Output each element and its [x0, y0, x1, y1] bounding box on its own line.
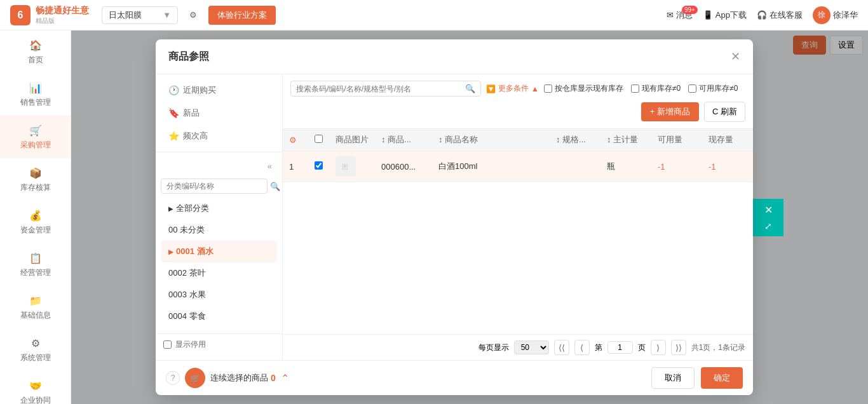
- tab-high-frequency-label: 频次高: [183, 130, 208, 142]
- sidebar-item-home-label: 首页: [28, 55, 43, 65]
- tree-item-liquor[interactable]: ▶ 0001 酒水: [161, 241, 277, 262]
- page-label2: 页: [638, 342, 646, 353]
- tab-recent-purchase[interactable]: 🕐 近期购买: [161, 79, 277, 101]
- row-stock: -1: [702, 151, 753, 182]
- logo-icon: 6: [10, 5, 31, 25]
- finance-icon: 💰: [29, 208, 43, 222]
- app-download-item[interactable]: 📱 App下载: [703, 10, 747, 21]
- confirm-button[interactable]: 确定: [701, 367, 743, 389]
- tree-item-all-label: 全部分类: [176, 203, 209, 214]
- page-size-select[interactable]: 50 100: [514, 340, 549, 354]
- add-product-button[interactable]: + 新增商品: [641, 102, 699, 121]
- inventory-icon: 📦: [29, 166, 43, 180]
- th-product-spec[interactable]: ↕ 规格...: [550, 129, 600, 151]
- message-item[interactable]: ✉ 消息 99+: [667, 10, 693, 21]
- sidebar-item-sales-label: 销售管理: [20, 97, 51, 108]
- headset-icon: 🎧: [757, 10, 767, 20]
- brand-name: 畅捷通好生意: [36, 5, 89, 17]
- trial-button[interactable]: 体验行业方案: [208, 6, 276, 25]
- user-item[interactable]: 徐 徐泽华: [813, 6, 858, 24]
- row-code: 000600...: [375, 151, 432, 182]
- checkbox-nonzero-available[interactable]: 可用库存≠0: [688, 83, 738, 94]
- home-icon: 🏠: [29, 38, 43, 52]
- sidebar-item-inventory[interactable]: 📦 库存核算: [0, 158, 71, 201]
- tree-item-fruit[interactable]: 0003 水果: [161, 284, 277, 306]
- table-row[interactable]: 1 图 000600... 白酒100ml: [283, 151, 753, 182]
- settings-icon[interactable]: ⚙: [183, 5, 203, 25]
- th-product-code[interactable]: ↕ 商品...: [375, 129, 432, 151]
- filter-button[interactable]: 🔽 更多条件 ▲: [486, 83, 539, 94]
- modal-overlay: 商品参照 ✕ 🕐 近期购买 🔖: [71, 30, 868, 404]
- collab-icon: 🤝: [29, 379, 43, 393]
- chevron-down-icon: ▼: [163, 10, 171, 20]
- page-size-label: 每页显示: [478, 342, 509, 353]
- logo-area: 6 畅捷通好生意 精品版: [10, 5, 89, 25]
- page-first-button[interactable]: ⟨⟨: [554, 340, 569, 355]
- page-total-info: 共1页，1条记录: [691, 342, 745, 353]
- sidebar-item-purchase-label: 采购管理: [20, 140, 51, 151]
- product-search-icon[interactable]: 🔍: [465, 84, 475, 93]
- show-disabled-checkbox[interactable]: [163, 340, 172, 349]
- cart-icon[interactable]: 🛒: [185, 368, 205, 388]
- page-last-button[interactable]: ⟩⟩: [671, 340, 686, 355]
- tree-item-all[interactable]: ▶ 全部分类: [161, 198, 277, 219]
- sidebar-item-finance-label: 资金管理: [20, 225, 51, 236]
- tab-new-products[interactable]: 🔖 新品: [161, 102, 277, 124]
- teal-close-icon[interactable]: ✕: [764, 204, 773, 216]
- tree-item-uncategorized[interactable]: 00 未分类: [161, 219, 277, 241]
- filter-arrow-icon: ▲: [531, 84, 539, 93]
- sidebar-item-sales[interactable]: 📊 销售管理: [0, 73, 71, 116]
- select-all-checkbox[interactable]: [315, 135, 323, 143]
- app-download-label: App下载: [715, 10, 747, 21]
- tree-item-snacks-label: 0004 零食: [168, 311, 206, 322]
- sidebar-item-purchase[interactable]: 🛒 采购管理: [0, 116, 71, 158]
- category-search-input[interactable]: [161, 178, 268, 194]
- collapse-footer-icon[interactable]: ⌃: [281, 372, 289, 384]
- product-table-container: ⚙ 商品图片 ↕ 商品...: [283, 129, 753, 334]
- product-search-box[interactable]: 🔍: [290, 81, 481, 97]
- selected-count: 0: [271, 373, 276, 383]
- cancel-button[interactable]: 取消: [651, 367, 695, 389]
- sales-icon: 📊: [29, 81, 43, 95]
- page-number-input[interactable]: [607, 341, 633, 354]
- tree-item-tea-label: 0002 茶叶: [168, 267, 206, 279]
- th-product-unit[interactable]: ↕ 主计量: [600, 129, 651, 151]
- sidebar-item-basic-label: 基础信息: [20, 310, 51, 321]
- message-badge: 99+: [682, 6, 698, 14]
- modal-close-icon[interactable]: ✕: [731, 50, 740, 64]
- table-settings-icon[interactable]: ⚙: [289, 135, 297, 145]
- phone-icon: 📱: [703, 10, 713, 20]
- username-label: 徐泽华: [833, 10, 858, 21]
- th-product-name[interactable]: ↕ 商品名称: [432, 129, 550, 151]
- sidebar-item-system[interactable]: ⚙ 系统管理: [0, 328, 71, 371]
- sidebar-item-home[interactable]: 🏠 首页: [0, 30, 71, 73]
- tab-high-frequency[interactable]: ⭐ 频次高: [161, 125, 277, 147]
- row-name: 白酒100ml: [432, 151, 550, 182]
- sidebar-item-basic[interactable]: 📁 基础信息: [0, 286, 71, 328]
- checkbox-warehouse-stock[interactable]: 按仓库显示现有库存: [544, 83, 623, 94]
- online-service-item[interactable]: 🎧 在线客服: [757, 10, 803, 21]
- sidebar-item-finance[interactable]: 💰 资金管理: [0, 201, 71, 243]
- help-icon[interactable]: ?: [166, 371, 180, 385]
- row-check[interactable]: [308, 151, 329, 182]
- tree-item-tea[interactable]: 0002 茶叶: [161, 262, 277, 284]
- sidebar-item-collab[interactable]: 🤝 企业协同: [0, 371, 71, 404]
- checkbox-nonzero-stock[interactable]: 现有库存≠0: [631, 83, 681, 94]
- row-image: 图: [329, 151, 375, 182]
- page-prev-button[interactable]: ⟨: [574, 340, 590, 355]
- filter-icon: 🔽: [486, 84, 496, 93]
- sidebar-item-operations[interactable]: 📋 经营管理: [0, 243, 71, 286]
- teal-sidebar: ✕ ⤢: [753, 199, 783, 236]
- refresh-button[interactable]: C 刷新: [704, 102, 745, 122]
- teal-expand-icon[interactable]: ⤢: [764, 221, 772, 231]
- tree-item-drinks[interactable]: 0005 饮料: [161, 327, 277, 333]
- tree-item-snacks[interactable]: 0004 零食: [161, 306, 277, 327]
- th-available: 可用量: [651, 129, 702, 151]
- page-next-button[interactable]: ⟩: [651, 340, 666, 355]
- category-search-icon[interactable]: 🔍: [270, 182, 280, 191]
- page-label: 第: [595, 342, 602, 353]
- nav-selector[interactable]: 日太阳膜 ▼: [102, 6, 178, 24]
- product-search-input[interactable]: [296, 84, 463, 93]
- collapse-panel-icon[interactable]: «: [262, 159, 277, 173]
- system-icon: ⚙: [29, 336, 43, 350]
